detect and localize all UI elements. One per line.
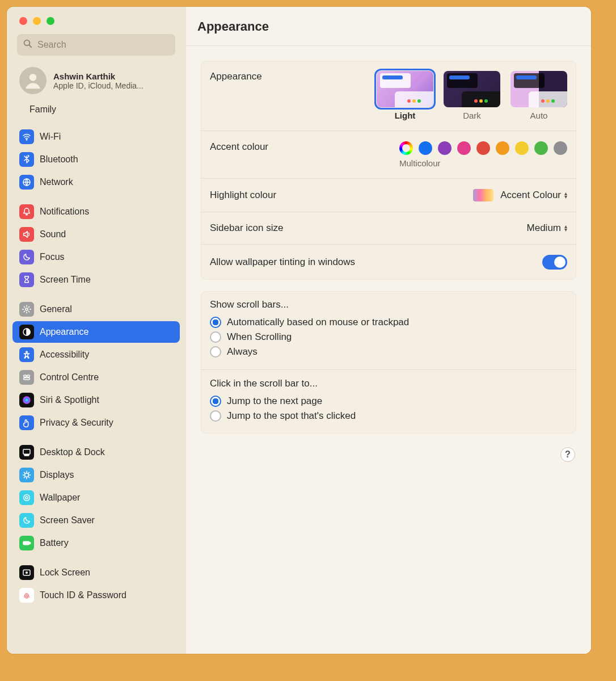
sidebar-item-bluetooth[interactable]: Bluetooth (12, 149, 180, 170)
radio-icon (210, 331, 221, 343)
svg-point-5 (26, 308, 28, 310)
sidebar-item-screen-time[interactable]: Screen Time (12, 269, 180, 291)
sidebar-item-label: Bluetooth (40, 154, 78, 165)
highlight-swatch (473, 189, 493, 201)
sidebar-item-battery[interactable]: Battery (12, 532, 180, 554)
accent-colour[interactable] (457, 141, 471, 155)
sidebar-item-wallpaper[interactable]: Wallpaper (12, 487, 180, 508)
cc-icon (19, 370, 34, 385)
accent-colour[interactable] (496, 141, 509, 155)
accent-label: Accent colour (210, 141, 268, 153)
scrollbars-label: When Scrolling (227, 331, 292, 343)
svg-rect-12 (23, 449, 30, 455)
accent-colour[interactable] (554, 141, 567, 155)
sidebar-item-label: Appearance (40, 327, 88, 337)
sidebar-item-appearance[interactable]: Appearance (12, 321, 180, 343)
scrollbars-option[interactable]: Always (210, 344, 567, 359)
sidebar-item-touch-id-password[interactable]: Touch ID & Password (12, 585, 180, 606)
radio-icon (210, 410, 221, 422)
access-icon (19, 347, 34, 362)
theme-label: Light (395, 111, 416, 120)
scrollbars-option[interactable]: When Scrolling (210, 330, 567, 344)
scrollclick-label: Jump to the spot that's clicked (227, 410, 356, 422)
sidebar-item-control-centre[interactable]: Control Centre (12, 367, 180, 388)
lock-icon (19, 565, 34, 580)
highlight-select[interactable]: Accent Colour ▴▾ (473, 189, 567, 201)
svg-rect-18 (29, 543, 30, 544)
page-title: Appearance (186, 7, 591, 46)
accent-colour[interactable] (419, 141, 432, 155)
sidebar-item-label: Privacy & Security (40, 418, 113, 428)
scrollbars-title: Show scroll bars... (210, 299, 567, 310)
sidebar-account[interactable]: Ashwin Karthik Apple ID, iCloud, Media..… (7, 62, 185, 99)
zoom-button[interactable] (47, 17, 54, 25)
theme-option-auto[interactable]: Auto (510, 71, 567, 120)
appearance-card: Appearance LightDarkAuto Accent colour M… (201, 61, 576, 280)
chevron-updown-icon: ▴▾ (564, 225, 567, 232)
sidebar-item-label: Desktop & Dock (40, 447, 105, 457)
tinting-toggle[interactable] (542, 255, 567, 270)
search-field[interactable] (17, 34, 175, 56)
sidebar-item-privacy-security[interactable]: Privacy & Security (12, 412, 180, 434)
sidebar-item-lock-screen[interactable]: Lock Screen (12, 562, 180, 583)
search-icon (23, 39, 33, 51)
sidebar-item-sound[interactable]: Sound (12, 224, 180, 245)
sidebar-item-focus[interactable]: Focus (12, 246, 180, 268)
help-button[interactable]: ? (560, 447, 575, 462)
theme-option-light[interactable]: Light (377, 71, 433, 120)
svg-point-0 (24, 40, 30, 46)
accent-colour[interactable] (515, 141, 529, 155)
sidebar-item-label: Screen Time (40, 275, 91, 285)
globe-icon (19, 175, 34, 190)
scrollclick-option[interactable]: Jump to the next page (210, 394, 567, 409)
svg-point-3 (26, 140, 27, 140)
sidebar-item-wi-fi[interactable]: Wi-Fi (12, 126, 180, 148)
sidebar-item-general[interactable]: General (12, 299, 180, 320)
sidebar-size-label: Sidebar icon size (210, 222, 283, 234)
theme-thumb (377, 71, 433, 107)
svg-point-14 (25, 473, 29, 477)
sidebar-item-accessibility[interactable]: Accessibility (12, 344, 180, 365)
sidebar-item-siri-spotlight[interactable]: Siri & Spotlight (12, 389, 180, 411)
sidebar-item-label: Wi-Fi (40, 132, 61, 142)
settings-window: Ashwin Karthik Apple ID, iCloud, Media..… (7, 7, 591, 654)
scrollclick-option[interactable]: Jump to the spot that's clicked (210, 409, 567, 423)
theme-option-dark[interactable]: Dark (444, 71, 500, 120)
scrollbars-option[interactable]: Automatically based on mouse or trackpad (210, 315, 567, 330)
sidebar-item-screen-saver[interactable]: Screen Saver (12, 510, 180, 531)
accent-multicolour[interactable] (399, 141, 413, 155)
sidebar-item-desktop-dock[interactable]: Desktop & Dock (12, 442, 180, 463)
sidebar-item-label: Screen Saver (40, 515, 95, 526)
search-input[interactable] (37, 40, 170, 50)
sidebar-item-notifications[interactable]: Notifications (12, 201, 180, 222)
accent-colour[interactable] (476, 141, 490, 155)
minimize-button[interactable] (33, 17, 41, 25)
sidebar-item-network[interactable]: Network (12, 171, 180, 193)
sidebar-item-label: Sound (40, 229, 66, 239)
wallpaper-icon (19, 490, 34, 505)
account-name: Ashwin Karthik (53, 72, 144, 81)
sidebar-item-displays[interactable]: Displays (12, 464, 180, 486)
accent-colour[interactable] (534, 141, 548, 155)
account-subtitle: Apple ID, iCloud, Media... (53, 81, 144, 90)
sidebar-size-select[interactable]: Medium ▴▾ (527, 222, 567, 234)
svg-rect-9 (27, 375, 30, 377)
sidebar-size-value: Medium (527, 222, 561, 234)
sidebar-family[interactable]: Family (7, 99, 185, 123)
svg-rect-17 (23, 541, 29, 544)
bell-icon (19, 204, 34, 219)
radio-icon (210, 346, 221, 358)
svg-point-20 (26, 572, 28, 574)
svg-point-2 (29, 74, 37, 81)
hourglass-icon (19, 272, 34, 287)
sidebar-item-label: Notifications (40, 207, 89, 217)
gear-icon (19, 302, 34, 317)
close-button[interactable] (19, 17, 27, 25)
sidebar-item-label: Network (40, 177, 73, 187)
wifi-icon (19, 129, 34, 144)
theme-label: Auto (530, 111, 548, 120)
accent-caption: Multicolour (399, 158, 441, 168)
accent-colour[interactable] (438, 141, 452, 155)
scrollclick-title: Click in the scroll bar to... (210, 378, 567, 389)
highlight-value: Accent Colour (500, 190, 561, 201)
